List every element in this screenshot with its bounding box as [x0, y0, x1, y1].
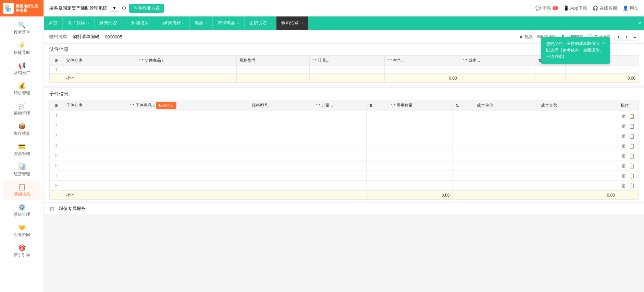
tab-history[interactable]: 经营历程 × [158, 16, 190, 30]
child-product-cell[interactable] [127, 111, 249, 121]
child-warehouse-cell[interactable] [63, 121, 127, 131]
sidebar-item-inventory[interactable]: 📦 库存核算 [3, 120, 41, 139]
tab-bom[interactable]: 物料清单 × [276, 16, 308, 30]
child-warehouse-cell[interactable] [63, 171, 127, 181]
online-service-item[interactable]: 🎧 在线客服 [593, 5, 617, 11]
child-unit-cost-cell[interactable] [474, 181, 538, 191]
child-unit-cost-cell[interactable] [474, 131, 538, 141]
child-spec-cell[interactable] [249, 121, 313, 131]
child-warehouse-cell[interactable] [63, 151, 127, 161]
breadcrumb-bom[interactable]: 物料清单 [49, 34, 67, 40]
close-all-tabs-btn[interactable]: × [638, 20, 641, 26]
child-warehouse-cell[interactable] [63, 141, 127, 151]
child-unit-cost-cell[interactable] [474, 151, 538, 161]
child-product-cell[interactable] [127, 181, 249, 191]
parent-product-cell[interactable] [136, 66, 236, 74]
tab-close-icon[interactable]: × [183, 22, 185, 25]
delete-row-btn[interactable]: 🗑 [621, 122, 627, 129]
child-spec-cell[interactable] [249, 171, 313, 181]
copy-row-btn[interactable]: 📋 [628, 162, 635, 169]
sidebar-item-guide[interactable]: 🎯 新手引导 [3, 241, 41, 261]
copy-row-btn[interactable]: 📋 [628, 113, 635, 119]
tab-home[interactable]: 首页 [44, 16, 63, 30]
sidebar-item-marketing[interactable]: 📢 营销推广 [3, 59, 41, 79]
tab-close-icon[interactable]: × [206, 22, 208, 25]
child-unit-cell[interactable] [313, 121, 366, 131]
tab-close-icon[interactable]: × [119, 22, 121, 25]
copy-row-btn[interactable]: 📋 [628, 132, 635, 139]
tab-close-icon[interactable]: × [151, 22, 153, 25]
child-product-cell[interactable] [127, 121, 249, 131]
child-spec-cell[interactable] [249, 181, 313, 191]
child-unit-cost-cell[interactable] [474, 121, 538, 131]
tab-close-icon[interactable]: × [237, 22, 239, 25]
child-spec-cell[interactable] [249, 151, 313, 161]
child-spec-cell[interactable] [249, 141, 313, 151]
tooltip-close-btn[interactable]: × [602, 40, 605, 45]
delete-row-btn[interactable]: 🗑 [621, 162, 627, 169]
child-product-cell[interactable] [127, 151, 249, 161]
view-action[interactable]: ▶ 视频 [520, 34, 533, 40]
delete-row-btn[interactable]: 🗑 [621, 132, 627, 139]
delete-row-btn[interactable]: 🗑 [621, 182, 627, 189]
child-spec-cell[interactable] [249, 161, 313, 171]
child-unit-cost-cell[interactable] [474, 171, 538, 181]
parent-spec-cell[interactable] [236, 66, 309, 74]
sidebar-item-basic[interactable]: 📋 基础信息 [3, 180, 41, 200]
sidebar-item-system[interactable]: ⚙️ 系统管理 [3, 201, 41, 220]
child-product-cell[interactable] [127, 161, 249, 171]
parent-unit-cell[interactable] [309, 66, 385, 74]
settings-btn[interactable]: ⚙ [122, 5, 126, 11]
sidebar-item-finance[interactable]: 💳 资金管理 [3, 140, 41, 160]
child-warehouse-cell[interactable] [63, 131, 127, 141]
tab-product[interactable]: 商品 × [190, 16, 213, 30]
child-qty-cell[interactable] [388, 151, 453, 161]
trial-button[interactable]: 体验行业方案 [129, 4, 164, 13]
tab-close-icon[interactable]: × [269, 22, 271, 25]
sidebar-item-enterprise[interactable]: 🤝 企业协同 [3, 221, 41, 241]
child-unit-cost-cell[interactable] [474, 111, 538, 121]
delete-row-btn[interactable]: 🗑 [621, 152, 627, 159]
user-item[interactable]: 👤 用友 [623, 5, 639, 11]
sidebar-item-quick[interactable]: ⚡ 快捷导航 [3, 39, 41, 58]
prev-btn[interactable]: ‹ [615, 33, 622, 40]
sidebar-item-operations[interactable]: 📊 经营管理 [3, 160, 41, 180]
tab-new-product[interactable]: 新增商品 × [213, 16, 245, 30]
delete-row-btn[interactable]: 🗑 [621, 172, 627, 179]
child-warehouse-cell[interactable] [63, 161, 127, 171]
child-qty-cell[interactable] [388, 181, 453, 191]
child-product-cell[interactable] [127, 131, 249, 141]
tab-barcode[interactable]: 条码方案 × [245, 16, 276, 30]
child-qty-cell[interactable] [388, 161, 453, 171]
app-download-item[interactable]: 📱 App下载 [564, 5, 587, 11]
tab-customer[interactable]: 客户联络 × [63, 16, 95, 30]
sidebar-item-sales[interactable]: 💰 销售管理 [3, 79, 41, 99]
delete-row-btn[interactable]: 🗑 [621, 142, 627, 149]
child-product-cell[interactable] [127, 171, 249, 181]
child-warehouse-cell[interactable] [63, 111, 127, 121]
dropdown-btn[interactable]: ▼ [110, 5, 119, 12]
next-btn[interactable]: › [623, 33, 630, 40]
delete-row-btn[interactable]: 🗑 [621, 113, 627, 119]
parent-produce-cell[interactable] [385, 66, 460, 74]
tab-operations[interactable]: 经营情况 × [95, 16, 126, 30]
copy-row-btn[interactable]: 📋 [628, 122, 635, 129]
tab-profit[interactable]: 利润报告 × [126, 16, 158, 30]
scan-btn[interactable]: 扫码录入 [156, 102, 176, 109]
child-unit-cell[interactable] [313, 111, 366, 121]
child-qty-cell[interactable] [388, 141, 453, 151]
child-spec-cell[interactable] [249, 111, 313, 121]
sidebar-item-purchase[interactable]: 🛒 采购管理 [3, 100, 41, 119]
child-spec-cell[interactable] [249, 131, 313, 141]
child-unit-cell[interactable] [313, 141, 366, 151]
tab-close-icon[interactable]: × [301, 22, 303, 25]
child-unit-cost-cell[interactable] [474, 141, 538, 151]
child-product-cell[interactable] [127, 141, 249, 151]
child-qty-cell[interactable] [388, 121, 453, 131]
message-item[interactable]: 💬 消息 6 [535, 5, 558, 11]
list-view-btn[interactable]: ≡ [631, 33, 639, 40]
parent-cost-cell[interactable] [460, 66, 535, 74]
child-unit-cell[interactable] [313, 181, 366, 191]
child-unit-cell[interactable] [313, 161, 366, 171]
col-settings[interactable]: ⚙ [50, 56, 63, 66]
